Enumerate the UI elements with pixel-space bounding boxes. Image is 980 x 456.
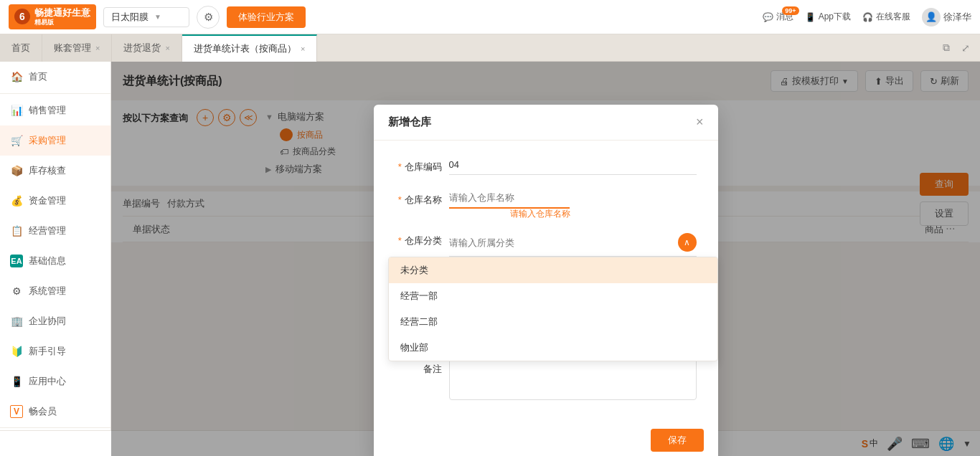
modal-title: 新增仓库	[388, 115, 431, 129]
gear-button[interactable]: ⚙	[197, 6, 220, 29]
app-download-label: App下载	[819, 11, 851, 23]
tab-stats-label: 进货单统计表（按商品）	[194, 42, 296, 55]
name-field-row: 仓库名称 请输入仓库名称	[395, 188, 697, 209]
modal-footer: 保存	[374, 422, 718, 456]
modal-close-icon[interactable]: ×	[696, 115, 704, 130]
finance-icon: 💰	[10, 194, 23, 207]
sidebar-label-home: 首页	[29, 70, 47, 83]
sidebar-label-sales: 销售管理	[29, 104, 66, 117]
name-label: 仓库名称	[395, 188, 449, 206]
category-field-row: 仓库分类 ∧ 未分类 经营一部 经营二部 物业部	[395, 229, 697, 257]
sidebar-item-home[interactable]: 🏠 首页	[0, 62, 110, 92]
close-accounts-icon[interactable]: ×	[95, 44, 100, 52]
sidebar-label-enterprise: 企业协同	[29, 315, 66, 328]
chevron-down-icon: ▼	[154, 13, 161, 21]
message-icon-item[interactable]: 💬 消息 99+	[763, 11, 793, 23]
sidebar-label-guide: 新手引导	[29, 345, 66, 358]
dropdown-input-row: ∧	[449, 229, 697, 257]
sidebar-label-vip: 畅会员	[29, 405, 57, 418]
tab-return-label: 进货退货	[123, 42, 161, 54]
tab-stats[interactable]: 进货单统计表（按商品） ×	[182, 34, 317, 62]
dropdown-item-dept1[interactable]: 经营一部	[389, 283, 717, 309]
avatar: 👤	[922, 8, 941, 27]
tab-return[interactable]: 进货退货 ×	[112, 34, 182, 62]
close-return-icon[interactable]: ×	[165, 44, 169, 52]
new-warehouse-modal: 新增仓库 × 仓库编码 仓库名称 请输入仓库名称	[374, 105, 718, 456]
guide-icon: 🔰	[10, 345, 23, 358]
sidebar-divider	[0, 93, 110, 94]
apps-icon: 📱	[10, 375, 23, 388]
online-service-item[interactable]: 🎧 在线客服	[862, 11, 910, 23]
message-badge: 99+	[782, 6, 798, 15]
modal-overlay: 新增仓库 × 仓库编码 仓库名称 请输入仓库名称	[111, 62, 980, 456]
tab-accounts[interactable]: 账套管理 ×	[42, 34, 112, 62]
dropdown-item-uncategorized[interactable]: 未分类	[389, 257, 717, 283]
top-bar-right: 💬 消息 99+ 📱 App下载 🎧 在线客服 👤 徐泽华	[763, 8, 971, 27]
remark-textarea[interactable]	[449, 357, 697, 400]
modal-body: 仓库编码 仓库名称 请输入仓库名称 仓库分类	[374, 141, 718, 422]
sidebar-item-enterprise[interactable]: 🏢 企业协同	[0, 306, 110, 336]
purchase-icon: 🛒	[10, 134, 23, 147]
dropdown-toggle-icon[interactable]: ∧	[678, 233, 697, 252]
store-name: 日太阳膜	[111, 11, 149, 24]
dropdown-item-property[interactable]: 物业部	[389, 335, 717, 361]
main-layout: 🏠 首页 📊 销售管理 🛒 采购管理 📦 库存核查 💰 资金管理 📋 经营管理 …	[0, 62, 980, 456]
home-icon: 🏠	[10, 70, 23, 83]
sidebar-label-inventory: 库存核查	[29, 164, 66, 177]
sidebar-item-apps[interactable]: 📱 应用中心	[0, 366, 110, 396]
tab-bar: 首页 账套管理 × 进货退货 × 进货单统计表（按商品） × ⧉ ⤢	[0, 34, 980, 62]
code-field-row: 仓库编码	[395, 155, 697, 175]
restore-icon[interactable]: ⧉	[938, 40, 954, 55]
sales-icon: 📊	[10, 104, 23, 117]
modal-header: 新增仓库 ×	[374, 105, 718, 141]
online-service-label: 在线客服	[876, 11, 910, 23]
logo-sub-text: 精易版	[34, 19, 90, 27]
sidebar-label-finance: 资金管理	[29, 194, 66, 207]
name-input[interactable]	[449, 188, 570, 209]
category-dropdown-wrapper: ∧ 未分类 经营一部 经营二部 物业部	[449, 229, 697, 257]
sidebar-item-vip[interactable]: V 畅会员	[0, 396, 110, 427]
tab-home[interactable]: 首页	[0, 34, 42, 62]
name-input-wrapper: 请输入仓库名称	[449, 188, 697, 209]
logo-main-text: 畅捷通好生意	[34, 7, 90, 19]
expand-icon[interactable]: ⤢	[957, 41, 974, 55]
sidebar-item-inventory[interactable]: 📦 库存核查	[0, 156, 110, 186]
store-selector[interactable]: 日太阳膜 ▼	[103, 7, 189, 27]
close-stats-icon[interactable]: ×	[301, 44, 305, 53]
basic-icon: EA	[10, 255, 23, 267]
sidebar-label-basic: 基础信息	[29, 255, 66, 267]
sidebar-item-purchase[interactable]: 🛒 采购管理	[0, 125, 110, 156]
username: 徐泽华	[943, 11, 971, 24]
sidebar-label-operation: 经营管理	[29, 224, 66, 237]
vip-icon: V	[10, 405, 23, 418]
download-icon: 📱	[805, 12, 816, 22]
sidebar-label-apps: 应用中心	[29, 375, 66, 388]
code-label: 仓库编码	[395, 155, 449, 174]
sidebar-label-system: 系统管理	[29, 285, 66, 298]
code-input[interactable]	[449, 155, 697, 175]
sidebar-item-sales[interactable]: 📊 销售管理	[0, 95, 110, 125]
sidebar-label-purchase: 采购管理	[29, 134, 66, 147]
sidebar-item-finance[interactable]: 💰 资金管理	[0, 186, 110, 216]
dropdown-item-dept2[interactable]: 经营二部	[389, 309, 717, 335]
app-download-item[interactable]: 📱 App下载	[805, 11, 851, 23]
gear-icon: ⚙	[204, 11, 213, 24]
message-icon: 💬	[763, 12, 773, 22]
sidebar: 🏠 首页 📊 销售管理 🛒 采购管理 📦 库存核查 💰 资金管理 📋 经营管理 …	[0, 62, 111, 456]
content-area: 进货单统计(按商品) 🖨 按模板打印 ▼ ⬆ 导出 ↻ 刷新 按以下方案查询	[111, 62, 980, 456]
category-input[interactable]	[449, 237, 678, 248]
user-info[interactable]: 👤 徐泽华	[922, 8, 971, 27]
save-button[interactable]: 保存	[651, 429, 704, 452]
tab-bar-end: ⧉ ⤢	[938, 40, 980, 55]
tab-home-label: 首页	[11, 42, 30, 54]
logo-icon: 6	[14, 9, 30, 24]
enterprise-icon: 🏢	[10, 315, 23, 328]
category-dropdown-list: 未分类 经营一部 经营二部 物业部	[388, 257, 718, 361]
sidebar-item-operation[interactable]: 📋 经营管理	[0, 216, 110, 246]
sidebar-item-guide[interactable]: 🔰 新手引导	[0, 336, 110, 366]
sidebar-item-basic[interactable]: EA 基础信息	[0, 246, 110, 276]
sidebar-item-system[interactable]: ⚙ 系统管理	[0, 276, 110, 306]
remark-field-row: 备注	[395, 357, 697, 400]
trial-button[interactable]: 体验行业方案	[227, 6, 306, 28]
top-bar: 6 畅捷通好生意 精易版 日太阳膜 ▼ ⚙ 体验行业方案 💬 消息 99+ 📱 …	[0, 0, 980, 34]
